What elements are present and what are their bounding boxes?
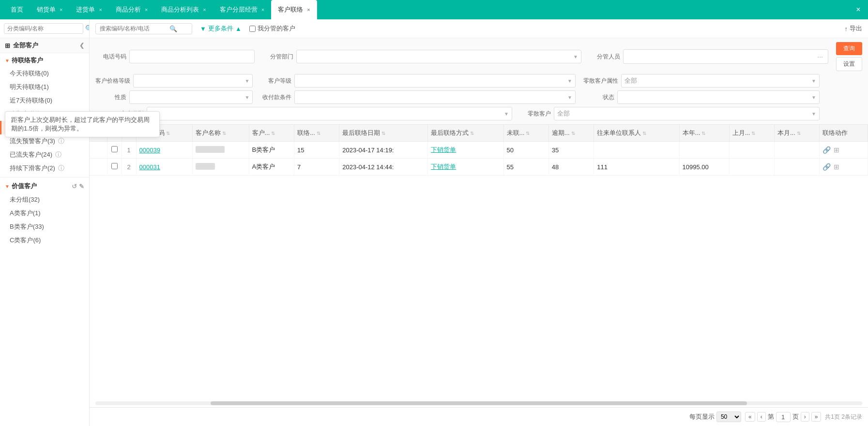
sidebar-item-declining[interactable]: 持续下滑客户(2) ⓘ (0, 162, 89, 175)
status-label: 状态 (583, 93, 617, 102)
sidebar-item-today[interactable]: 今天待联络(0) (0, 67, 89, 80)
filter-row-1: 电话号码 分管部门 ▼ 分管人员 ··· (95, 42, 862, 71)
nav-customer-contact-close[interactable]: × (307, 0, 310, 19)
retail-attr-select[interactable]: 全部 ▼ (621, 74, 820, 88)
last-page-btn[interactable]: » (811, 412, 822, 422)
total-records: 共1页 2条记录 (825, 413, 862, 421)
sidebar-item-b[interactable]: B类客户(33) (0, 220, 89, 234)
gender-dropdown-icon: ▼ (244, 95, 249, 100)
row2-check[interactable] (107, 159, 122, 176)
nav-analysis-list[interactable]: 商品分析列表 × (154, 0, 213, 19)
category-search-icon[interactable]: 🔍 (85, 25, 90, 32)
nav-customer-tier-close[interactable]: × (261, 0, 264, 19)
nav-analysis[interactable]: 商品分析 × (109, 0, 154, 19)
row1-checkbox[interactable] (111, 146, 118, 152)
main-search-input[interactable] (100, 25, 168, 32)
col-overdue[interactable]: 逾期... ⇅ (548, 125, 594, 142)
row2-action-icons: 🔗 ⊞ (822, 163, 865, 171)
col-last-month[interactable]: 上月... ⇅ (729, 125, 774, 142)
row2-overdue: 48 (548, 159, 594, 176)
nav-sales-label: 销货单 (37, 0, 56, 19)
settings-button[interactable]: 设置 (836, 57, 862, 71)
sidebar-item-ungroup[interactable]: 未分组(32) (0, 193, 89, 206)
my-customer-filter[interactable]: 我分管的客户 (249, 24, 295, 33)
col-type[interactable]: 客户... ⇅ (249, 125, 294, 142)
person-ellipsis-icon[interactable]: ··· (815, 52, 825, 61)
sidebar-item-lost[interactable]: 已流失客户(24) ⓘ (0, 148, 89, 162)
nav-home[interactable]: 首页 (4, 0, 30, 19)
value-group-header[interactable]: ▼ 价值客户 ↺ ✎ (0, 179, 89, 193)
row1-code[interactable]: 000039 (136, 142, 193, 159)
row1-check[interactable] (107, 142, 122, 159)
pending-contact-group[interactable]: ▼ 待联络客户 (0, 53, 89, 67)
info-icon-churn: ⓘ (58, 137, 64, 145)
price-grade-select[interactable]: ▼ (133, 74, 253, 88)
all-customers-header[interactable]: ⊞ 全部客户 ❮ (0, 38, 89, 53)
horizontal-scrollbar[interactable] (95, 401, 862, 405)
retail-attr-dropdown-icon: ▼ (811, 78, 816, 84)
col-contact-count[interactable]: 联络... ⇅ (294, 125, 339, 142)
refresh-icon[interactable]: ↺ (72, 183, 77, 190)
row1-grid-icon[interactable]: ⊞ (834, 146, 839, 154)
retail-customer-select[interactable]: 全部 ▼ (554, 107, 820, 120)
filter-bar: 🔍 ▼ 更多条件 ▲ 我分管的客户 ↑ 导出 (90, 19, 868, 38)
nav-analysis-list-close[interactable]: × (203, 0, 206, 19)
sidebar-item-tomorrow[interactable]: 明天待联络(1) (0, 80, 89, 94)
more-conditions-btn[interactable]: ▼ 更多条件 ▲ (196, 22, 245, 35)
nav-customer-tier[interactable]: 客户分层经营 × (213, 0, 271, 19)
row2-checkbox[interactable] (111, 163, 118, 169)
payment-select[interactable]: ▼ (294, 90, 576, 104)
row1-name (193, 142, 249, 159)
col-name[interactable]: 客户名称 ⇅ (193, 125, 249, 142)
col-overdue-label: 逾期... (552, 129, 570, 137)
sidebar-item-c[interactable]: C类客户(6) (0, 234, 89, 247)
row1-link-icon[interactable]: 🔗 (822, 146, 831, 154)
sidebar-item-a[interactable]: A类客户(1) (0, 206, 89, 220)
col-partner[interactable]: 往来单位联系人 ⇅ (594, 125, 679, 142)
row2-grid-icon[interactable]: ⊞ (834, 163, 839, 171)
edit-icon[interactable]: ✎ (79, 183, 84, 190)
first-page-btn[interactable]: « (745, 412, 755, 422)
query-button[interactable]: 查询 (836, 42, 862, 55)
main-search-icon[interactable]: 🔍 (169, 25, 177, 32)
my-customer-checkbox[interactable] (249, 26, 256, 32)
category-search-input[interactable] (4, 23, 83, 34)
phone-field: 电话号码 (95, 50, 255, 63)
nav-customer-contact[interactable]: 客户联络 × (271, 0, 317, 19)
person-select[interactable]: ··· (623, 49, 828, 64)
prev-page-btn[interactable]: ‹ (757, 412, 766, 422)
current-page-num[interactable]: 1 (776, 412, 791, 422)
collapse-icon[interactable]: ❮ (79, 42, 84, 49)
col-this-month-label: 本月... (777, 129, 795, 137)
customer-type-select[interactable]: ▼ (147, 107, 512, 120)
dept-select[interactable]: ▼ (296, 50, 581, 63)
row2-link-icon[interactable]: 🔗 (822, 163, 831, 171)
value-group-label: 价值客户 (12, 182, 37, 191)
value-group-edit-icons: ↺ ✎ (72, 183, 84, 190)
nav-sales-close[interactable]: × (60, 0, 62, 19)
col-last-method[interactable]: 最后联络方式 ⇅ (428, 125, 503, 142)
col-year[interactable]: 本年... ⇅ (679, 125, 729, 142)
nav-purchase-close[interactable]: × (99, 0, 102, 19)
status-select[interactable]: ▼ (617, 90, 820, 104)
col-no-contact[interactable]: 未联... ⇅ (503, 125, 548, 142)
phone-input[interactable] (129, 50, 255, 63)
row2-code[interactable]: 000031 (136, 159, 193, 176)
sidebar-item-7days[interactable]: 近7天待联络(0) (0, 94, 89, 107)
nav-analysis-close[interactable]: × (145, 0, 148, 19)
next-page-btn[interactable]: › (801, 412, 809, 422)
col-last-month-sort-icon: ⇅ (751, 131, 755, 136)
export-button[interactable]: ↑ 导出 (845, 24, 863, 33)
per-page-select[interactable]: 50 100 200 (716, 411, 741, 422)
gender-select[interactable]: ▼ (129, 90, 253, 104)
row1-action: 🔗 ⊞ (820, 142, 868, 159)
customer-grade-select[interactable]: ▼ (294, 74, 576, 88)
nav-purchase[interactable]: 进货单 × (69, 0, 108, 19)
status-field: 状态 ▼ (583, 90, 820, 104)
col-this-month[interactable]: 本月... ⇅ (774, 125, 819, 142)
retail-attr-label: 零散客户属性 (583, 77, 621, 85)
window-close-icon[interactable]: × (853, 4, 864, 15)
row1-settings (90, 142, 107, 159)
col-last-date[interactable]: 最后联络日期 ⇅ (339, 125, 428, 142)
nav-sales[interactable]: 销货单 × (30, 0, 69, 19)
